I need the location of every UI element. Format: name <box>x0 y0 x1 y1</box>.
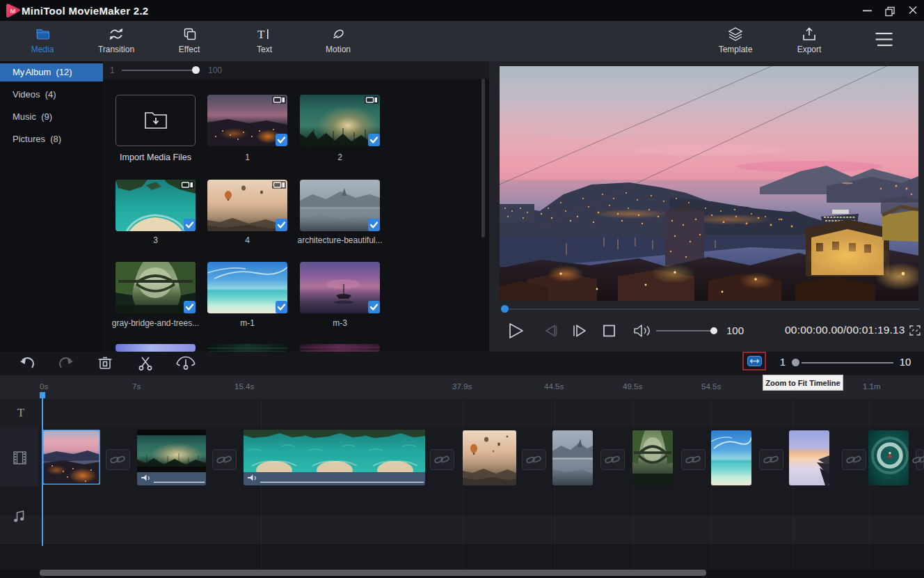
svg-text:T: T <box>257 28 265 41</box>
svg-text:M: M <box>10 7 16 15</box>
